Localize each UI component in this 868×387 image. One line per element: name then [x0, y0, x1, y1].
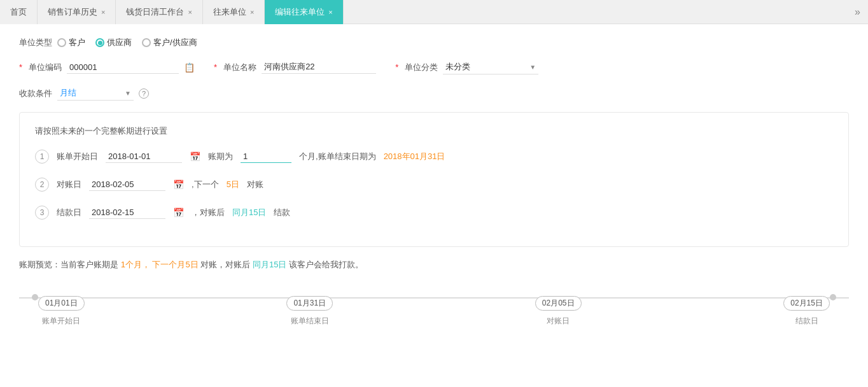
step-num-3: 3 [35, 206, 49, 220]
radio-supplier[interactable]: 供应商 [95, 37, 132, 48]
unit-type-row: 单位类型 客户 供应商 客户/供应商 [19, 37, 849, 48]
unit-code-input[interactable] [67, 61, 179, 74]
preview-section: 账期预览：当前客户账期是 1个月， 下一个月5日 对账，对账后 同月15日 该客… [19, 257, 849, 272]
tabs-expand-button[interactable]: » [847, 6, 868, 18]
preview-end: 该客户会给我打款。 [289, 260, 363, 269]
step-label-2: 对账日 [57, 179, 81, 190]
required-star-code: * [19, 62, 22, 72]
step1-suffix-text: 个月,账单结束日期为 [299, 151, 376, 162]
radio-both-label: 客户/供应商 [153, 37, 197, 48]
payment-terms-select[interactable]: 月结 ▼ [57, 86, 134, 101]
step-num-2: 2 [35, 178, 49, 192]
timeline-section: 01月01日 账单开始日 01月31日 账单结束日 02月05日 对账日 02月… [19, 285, 849, 327]
close-icon[interactable]: × [101, 8, 105, 16]
unit-category-select[interactable]: 未分类 ▼ [443, 60, 538, 74]
close-icon[interactable]: × [188, 8, 192, 16]
timeline-badge-4: 02月15日 [783, 296, 830, 311]
timeline-points: 01月01日 账单开始日 01月31日 账单结束日 02月05日 对账日 02月… [32, 285, 836, 327]
close-icon[interactable]: × [328, 8, 332, 16]
step3-date-input[interactable] [89, 206, 165, 219]
unit-category-label: 单位分类 [405, 62, 438, 73]
step-label-3: 结款日 [57, 207, 81, 218]
unit-code-icon[interactable]: 📋 [184, 62, 195, 73]
step2-date-input[interactable] [89, 178, 165, 191]
payment-terms-value: 月结 [60, 87, 122, 99]
step2-suffix-text: 对账 [247, 179, 263, 190]
help-icon[interactable]: ? [139, 88, 149, 99]
unit-code-label: 单位编码 [29, 62, 62, 73]
settings-card: 请按照未来的一个完整帐期进行设置 1 账单开始日 📅 账期为 个月,账单结束日期… [19, 112, 849, 247]
step1-calendar-icon[interactable]: 📅 [190, 151, 200, 162]
preview-part1: 1个月， [121, 260, 150, 269]
payment-dropdown-arrow-icon: ▼ [125, 90, 131, 97]
preview-part3: 同月15日 [253, 260, 286, 269]
payment-terms-label: 收款条件 [19, 88, 52, 99]
timeline-badge-1: 01月01日 [38, 296, 85, 311]
unit-type-label: 单位类型 [19, 37, 52, 48]
step1-date-input[interactable] [106, 150, 182, 163]
radio-customer-circle [57, 38, 66, 47]
payment-terms-field: 收款条件 月结 ▼ ? [19, 86, 149, 101]
preview-part2: 下一个月5日 [152, 260, 198, 269]
required-star-cat: * [395, 62, 398, 72]
unit-category-value: 未分类 [445, 61, 527, 73]
radio-both-circle [142, 38, 151, 47]
unit-code-field: * 单位编码 📋 [19, 61, 195, 74]
tabs-bar: 首页 销售订单历史 × 钱货日清工作台 × 往来单位 × 编辑往来单位 × » [0, 0, 868, 24]
step1-end-date: 2018年01月31日 [384, 151, 445, 162]
payment-terms-row: 收款条件 月结 ▼ ? [19, 86, 849, 101]
tab-edit-partner[interactable]: 编辑往来单位 × [265, 0, 343, 24]
dropdown-arrow-icon: ▼ [529, 64, 536, 71]
step-row-1: 1 账单开始日 📅 账期为 个月,账单结束日期为 2018年01月31日 [35, 150, 833, 164]
tab-cashbook[interactable]: 钱货日清工作台 × [116, 0, 202, 24]
unit-type-radio-group: 客户 供应商 客户/供应商 [57, 37, 197, 48]
step3-suffix-text: 结款 [274, 207, 290, 218]
unit-category-field: * 单位分类 未分类 ▼ [395, 60, 538, 74]
timeline-label-1: 账单开始日 [42, 316, 80, 327]
tab-sales-history[interactable]: 销售订单历史 × [38, 0, 116, 24]
unit-name-input[interactable] [262, 61, 376, 74]
timeline-point-4: 02月15日 结款日 [783, 285, 830, 327]
unit-type-field: 单位类型 客户 供应商 客户/供应商 [19, 37, 197, 48]
preview-mid: 对账，对账后 [200, 260, 250, 269]
timeline-label-4: 结款日 [795, 316, 818, 327]
radio-customer[interactable]: 客户 [57, 37, 85, 48]
step2-calendar-icon[interactable]: 📅 [173, 179, 184, 190]
step-label-1: 账单开始日 [57, 151, 98, 162]
radio-customer-label: 客户 [69, 37, 85, 48]
timeline-point-3: 02月05日 对账日 [535, 285, 582, 327]
step-row-2: 2 对账日 📅 ,下一个 5日 对账 [35, 178, 833, 192]
unit-info-row: * 单位编码 📋 * 单位名称 * 单位分类 未分类 ▼ [19, 60, 849, 74]
required-star-name: * [214, 62, 217, 72]
step2-suffix-prefix: ,下一个 [192, 179, 219, 190]
timeline-point-1: 01月01日 账单开始日 [38, 285, 85, 327]
timeline-label-3: 对账日 [547, 316, 570, 327]
step2-highlight: 5日 [227, 179, 239, 190]
close-icon[interactable]: × [250, 8, 254, 16]
main-content: 单位类型 客户 供应商 客户/供应商 * 单位编码 [0, 24, 868, 387]
timeline-badge-2: 01月31日 [286, 296, 333, 311]
step-num-1: 1 [35, 150, 49, 164]
card-title: 请按照未来的一个完整帐期进行设置 [35, 125, 833, 137]
radio-both[interactable]: 客户/供应商 [142, 37, 197, 48]
step3-highlight: 同月15日 [232, 207, 266, 218]
step-row-3: 3 结款日 📅 ，对账后 同月15日 结款 [35, 206, 833, 220]
step3-calendar-icon[interactable]: 📅 [173, 208, 184, 218]
timeline-label-2: 账单结束日 [291, 316, 329, 327]
preview-label: 账期预览：当前客户账期是 [19, 260, 118, 269]
tab-home[interactable]: 首页 [0, 0, 38, 24]
unit-name-label: 单位名称 [223, 62, 256, 73]
unit-name-field: * 单位名称 [214, 61, 376, 74]
step3-suffix-prefix: ，对账后 [192, 207, 225, 218]
radio-supplier-circle [95, 38, 104, 47]
step1-mid-text: 账期为 [208, 151, 233, 162]
timeline-badge-3: 02月05日 [535, 296, 582, 311]
step1-period-input[interactable] [241, 150, 291, 163]
radio-supplier-label: 供应商 [107, 37, 132, 48]
timeline-point-2: 01月31日 账单结束日 [286, 285, 333, 327]
tab-partner[interactable]: 往来单位 × [203, 0, 265, 24]
